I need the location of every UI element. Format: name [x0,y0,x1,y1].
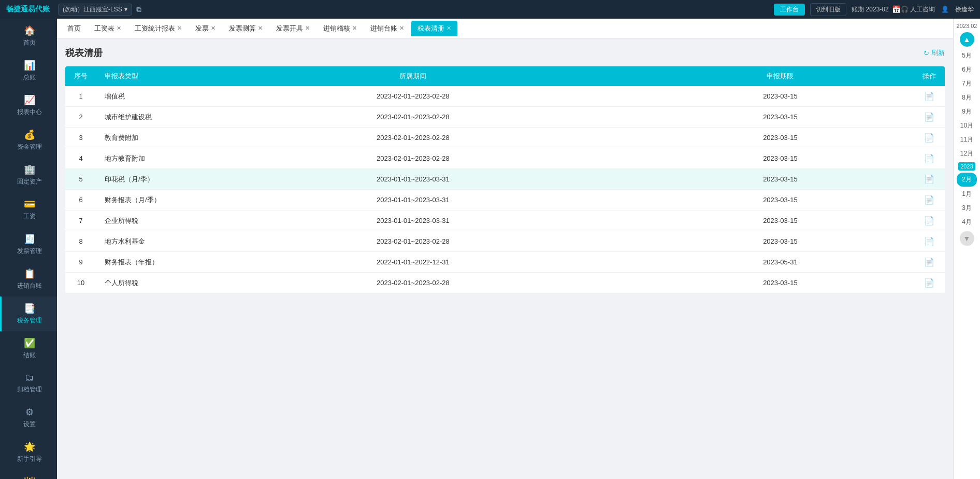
action-icon[interactable]: 📄 [924,154,934,163]
sidebar-item-invoice[interactable]: 🧾发票管理 [0,227,57,262]
salary-icon: 💳 [24,199,35,210]
month-item[interactable]: 10月 [958,119,975,133]
main-layout: 🏠首页📊总账📈报表中心💰资金管理🏢固定资产💳工资🧾发票管理📋进销台账📑税务管理✅… [0,19,980,479]
cell-type: 教育费附加 [96,128,179,148]
tab-close-invoice_open[interactable]: ✕ [305,25,310,32]
user-name: 徐逢华 [955,5,974,14]
cell-type: 城市维护建设税 [96,107,179,128]
table-row: 2 城市维护建设税 2023-02-01~2023-02-28 2023-03-… [65,107,945,128]
sidebar-item-report[interactable]: 📈报表中心 [0,88,57,123]
col-deadline: 申报期限 [647,66,914,86]
user-avatar: 👤 [941,6,949,13]
workbench-button[interactable]: 工作台 [774,4,805,16]
cell-type: 财务报表（年报） [96,252,179,273]
month-item[interactable]: 9月 [958,105,975,119]
action-icon[interactable]: 📄 [924,92,934,101]
sidebar-item-ledger[interactable]: 📊总账 [0,53,57,88]
tab-home[interactable]: 首页 [61,21,87,36]
active-month-item[interactable]: 2月 [957,173,977,187]
tab-close-invoice_verify[interactable]: ✕ [258,25,263,32]
tab-invoice_verify[interactable]: 发票测算✕ [223,21,269,36]
cell-action: 📄 [914,231,945,252]
nav-down-button[interactable]: ▼ [960,231,974,246]
month-item[interactable]: 7月 [958,77,975,91]
app-logo: 畅捷通易代账 [6,5,50,14]
cell-no: 5 [65,169,96,190]
cell-action: 📄 [914,148,945,169]
sidebar-item-archive[interactable]: 🗂归档管理 [0,366,57,400]
table-row: 10 个人所得税 2023-02-01~2023-02-28 2023-03-1… [65,273,945,293]
sidebar-item-settlement[interactable]: ✅结账 [0,331,57,366]
sidebar-item-salary[interactable]: 💳工资 [0,192,57,227]
sidebar-item-home[interactable]: 🏠首页 [0,19,57,53]
sidebar-item-fund[interactable]: 💰资金管理 [0,123,57,158]
sidebar-item-label: 归档管理 [17,385,42,394]
company-selector[interactable]: (勿动）江西服宝-LSS ▾ [58,4,132,16]
sidebar-item-asset[interactable]: 🏢固定资产 [0,158,57,192]
action-icon[interactable]: 📄 [924,112,934,121]
calendar-icon[interactable]: 📅 [892,5,901,13]
action-icon[interactable]: 📄 [924,133,934,142]
sidebar-item-label: 税务管理 [17,316,42,325]
action-icon[interactable]: 📄 [924,278,934,287]
sidebar-item-settings[interactable]: ⚙设置 [0,400,57,435]
cell-no: 1 [65,86,96,107]
month-item[interactable]: 8月 [958,91,975,105]
month-item[interactable]: 11月 [958,133,975,147]
sidebar: 🏠首页📊总账📈报表中心💰资金管理🏢固定资产💳工资🧾发票管理📋进销台账📑税务管理✅… [0,19,57,479]
sidebar-item-member[interactable]: 👑畅会员 [0,470,57,479]
cell-period: 2023-01-01~2023-03-31 [179,190,647,210]
cell-no: 8 [65,231,96,252]
refresh-button[interactable]: ↻ 刷新 [924,48,945,58]
tab-purchase_check[interactable]: 进销稽核✕ [317,21,363,36]
content-area: 首页工资表✕工资统计报表✕发票✕发票测算✕发票开具✕进销稽核✕进销台账✕税表清册… [57,19,953,479]
tab-close-salary[interactable]: ✕ [117,25,121,32]
action-icon[interactable]: 📄 [924,216,934,225]
sidebar-item-guide[interactable]: 🌟新手引导 [0,435,57,470]
cell-no: 7 [65,210,96,231]
tab-invoice[interactable]: 发票✕ [189,21,222,36]
action-icon[interactable]: 📄 [924,237,934,246]
cell-period: 2023-02-01~2023-02-28 [179,86,647,107]
tab-close-salary_report[interactable]: ✕ [177,25,182,32]
sidebar-item-label: 发票管理 [17,247,42,256]
tab-close-invoice[interactable]: ✕ [211,25,215,32]
cell-period: 2023-02-01~2023-02-28 [179,107,647,128]
tab-tax_register[interactable]: 税表清册✕ [411,21,457,36]
tab-salary[interactable]: 工资表✕ [88,21,127,36]
nav-up-button[interactable]: ▲ [960,32,974,47]
cell-deadline: 2023-03-15 [647,148,914,169]
sidebar-item-label: 首页 [23,38,36,47]
tab-close-tax_register[interactable]: ✕ [446,25,451,32]
company-name: (勿动）江西服宝-LSS [63,5,122,14]
cell-type: 增值税 [96,86,179,107]
tab-purchase_ledger[interactable]: 进销台账✕ [364,21,410,36]
cell-no: 2 [65,107,96,128]
tab-close-purchase_ledger[interactable]: ✕ [399,25,404,32]
month-item[interactable]: 3月 [960,201,974,215]
action-icon[interactable]: 📄 [924,258,934,266]
sidebar-item-label: 进销台账 [17,281,42,290]
month-item[interactable]: 4月 [960,215,974,229]
month-item[interactable]: 1月 [960,187,974,201]
cell-deadline: 2023-03-15 [647,231,914,252]
table-row: 6 财务报表（月/季） 2023-01-01~2023-03-31 2023-0… [65,190,945,210]
action-icon[interactable]: 📄 [924,175,934,184]
human-consult[interactable]: 🎧 人工咨询 [901,5,935,14]
switch-old-button[interactable]: 切到旧版 [810,3,846,16]
action-icon[interactable]: 📄 [924,195,934,204]
month-item[interactable]: 5月 [958,49,975,63]
month-item[interactable]: 12月 [958,147,975,161]
table-row: 4 地方教育附加 2023-02-01~2023-02-28 2023-03-1… [65,148,945,169]
cell-no: 10 [65,273,96,293]
sidebar-item-purchase[interactable]: 📋进销台账 [0,262,57,297]
tab-close-purchase_check[interactable]: ✕ [352,25,357,32]
cell-type: 地方水利基金 [96,231,179,252]
month-item[interactable]: 6月 [958,63,975,77]
cell-period: 2023-02-01~2023-02-28 [179,273,647,293]
asset-icon: 🏢 [24,164,35,175]
tab-salary_report[interactable]: 工资统计报表✕ [128,21,188,36]
tab-bar: 首页工资表✕工资统计报表✕发票✕发票测算✕发票开具✕进销稽核✕进销台账✕税表清册… [57,19,953,38]
tab-invoice_open[interactable]: 发票开具✕ [270,21,316,36]
sidebar-item-tax[interactable]: 📑税务管理 [0,297,57,331]
